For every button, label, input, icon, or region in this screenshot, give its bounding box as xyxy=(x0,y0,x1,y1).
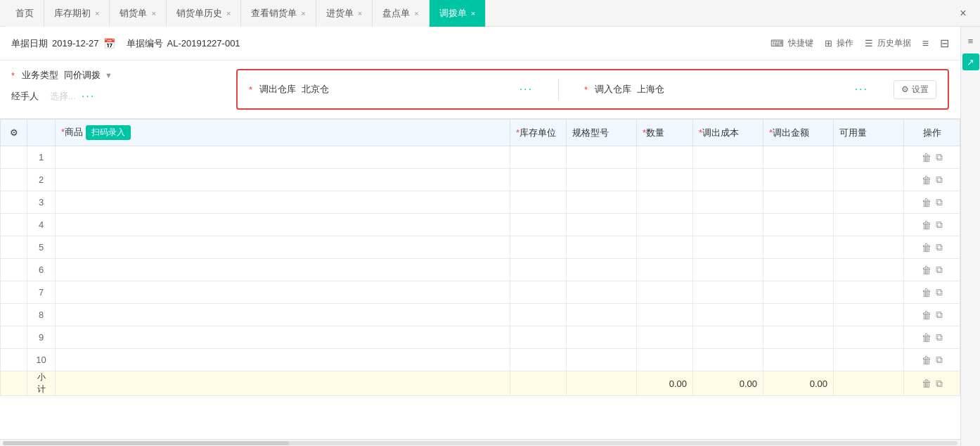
row-cost-cell[interactable] xyxy=(693,349,763,371)
business-type-select[interactable]: 同价调拨 ▼ xyxy=(64,69,176,82)
row-spec-cell[interactable] xyxy=(567,304,637,326)
row-spec-cell[interactable] xyxy=(567,236,637,259)
row-spec-cell[interactable] xyxy=(567,191,637,214)
transfer-out-more-icon[interactable]: ··· xyxy=(520,83,533,96)
row-amount-cell[interactable] xyxy=(763,304,834,326)
row-qty-cell[interactable] xyxy=(637,214,693,236)
tab-close-view-sales[interactable]: × xyxy=(301,9,305,18)
row-unit-cell[interactable] xyxy=(510,326,567,349)
row-unit-cell[interactable] xyxy=(510,214,567,236)
row-unit-cell[interactable] xyxy=(510,169,567,191)
window-close-button[interactable]: × xyxy=(952,0,974,27)
row-spec-cell[interactable] xyxy=(567,326,637,349)
row-qty-cell[interactable] xyxy=(637,326,693,349)
row-copy-icon[interactable]: ⧉ xyxy=(936,241,943,253)
row-product-cell[interactable] xyxy=(56,146,510,169)
row-delete-icon[interactable]: 🗑 xyxy=(922,242,931,253)
row-qty-cell[interactable] xyxy=(637,281,693,304)
row-amount-cell[interactable] xyxy=(763,191,834,214)
row-spec-cell[interactable] xyxy=(567,169,637,191)
row-product-cell[interactable] xyxy=(56,281,510,304)
sidebar-list-button[interactable]: ≡ xyxy=(962,32,979,49)
sidebar-export-button[interactable]: ↗ xyxy=(962,53,979,70)
row-qty-cell[interactable] xyxy=(637,169,693,191)
settings-button[interactable]: ⚙ 设置 xyxy=(894,80,936,99)
quick-keys-button[interactable]: ⌨ 快捷键 xyxy=(771,37,813,49)
row-copy-icon[interactable]: ⧉ xyxy=(936,264,943,276)
calendar-icon[interactable]: 📅 xyxy=(103,38,115,49)
row-cost-cell[interactable] xyxy=(693,169,763,191)
row-copy-icon[interactable]: ⧉ xyxy=(936,354,943,366)
row-cost-cell[interactable] xyxy=(693,281,763,304)
row-copy-icon[interactable]: ⧉ xyxy=(936,286,943,298)
row-copy-icon[interactable]: ⧉ xyxy=(936,219,943,231)
tab-close-purchase-order[interactable]: × xyxy=(358,9,362,18)
tab-stocktake[interactable]: 盘点单 × xyxy=(373,0,429,27)
row-delete-icon[interactable]: 🗑 xyxy=(922,152,931,163)
tab-close-stocktake[interactable]: × xyxy=(414,9,418,18)
row-amount-cell[interactable] xyxy=(763,326,834,349)
table-settings-gear-icon[interactable]: ⚙ xyxy=(10,127,18,138)
agent-more-icon[interactable]: ··· xyxy=(82,90,95,103)
row-copy-icon[interactable]: ⧉ xyxy=(936,378,943,390)
row-cost-cell[interactable] xyxy=(693,236,763,259)
row-product-cell[interactable] xyxy=(56,191,510,214)
row-cost-cell[interactable] xyxy=(693,326,763,349)
row-cost-cell[interactable] xyxy=(693,146,763,169)
row-product-cell[interactable] xyxy=(56,236,510,259)
horizontal-scrollbar[interactable] xyxy=(0,439,960,446)
row-unit-cell[interactable] xyxy=(510,281,567,304)
row-copy-icon[interactable]: ⧉ xyxy=(936,151,943,163)
row-product-cell[interactable] xyxy=(56,326,510,349)
tab-close-sales-order[interactable]: × xyxy=(151,9,155,18)
tab-sales-order[interactable]: 销货单 × xyxy=(110,0,166,27)
row-unit-cell[interactable] xyxy=(510,236,567,259)
col-header-gear[interactable]: ⚙ xyxy=(1,120,27,146)
row-cost-cell[interactable] xyxy=(693,304,763,326)
row-product-cell[interactable] xyxy=(56,349,510,371)
row-spec-cell[interactable] xyxy=(567,349,637,371)
tab-home[interactable]: 首页 xyxy=(6,0,44,27)
row-qty-cell[interactable] xyxy=(637,146,693,169)
row-cost-cell[interactable] xyxy=(693,259,763,281)
row-product-cell[interactable] xyxy=(56,259,510,281)
row-amount-cell[interactable] xyxy=(763,236,834,259)
row-product-cell[interactable] xyxy=(56,169,510,191)
tab-inventory-init[interactable]: 库存期初 × xyxy=(44,0,110,27)
row-delete-icon[interactable]: 🗑 xyxy=(922,265,931,276)
tab-view-sales[interactable]: 查看销货单 × xyxy=(241,0,316,27)
row-amount-cell[interactable] xyxy=(763,259,834,281)
row-amount-cell[interactable] xyxy=(763,146,834,169)
row-delete-icon[interactable]: 🗑 xyxy=(922,378,931,389)
list-view-button[interactable]: ≡ xyxy=(922,37,929,50)
row-amount-cell[interactable] xyxy=(763,214,834,236)
tab-transfer[interactable]: 调拨单 × xyxy=(430,0,486,27)
row-product-cell[interactable] xyxy=(56,214,510,236)
row-qty-cell[interactable] xyxy=(637,259,693,281)
row-delete-icon[interactable]: 🗑 xyxy=(922,197,931,208)
row-amount-cell[interactable] xyxy=(763,169,834,191)
row-qty-cell[interactable] xyxy=(637,349,693,371)
tab-purchase-order[interactable]: 进货单 × xyxy=(316,0,373,27)
row-qty-cell[interactable] xyxy=(637,191,693,214)
row-amount-cell[interactable] xyxy=(763,349,834,371)
tab-close-transfer[interactable]: × xyxy=(471,9,475,18)
row-unit-cell[interactable] xyxy=(510,191,567,214)
row-copy-icon[interactable]: ⧉ xyxy=(936,174,943,186)
row-delete-icon[interactable]: 🗑 xyxy=(922,332,931,343)
row-qty-cell[interactable] xyxy=(637,236,693,259)
row-unit-cell[interactable] xyxy=(510,146,567,169)
row-copy-icon[interactable]: ⧉ xyxy=(936,309,943,321)
row-delete-icon[interactable]: 🗑 xyxy=(922,287,931,298)
split-view-button[interactable]: ⊟ xyxy=(940,37,949,50)
row-unit-cell[interactable] xyxy=(510,349,567,371)
row-unit-cell[interactable] xyxy=(510,259,567,281)
tab-close-sales-history[interactable]: × xyxy=(226,9,231,18)
row-amount-cell[interactable] xyxy=(763,281,834,304)
row-qty-cell[interactable] xyxy=(637,304,693,326)
row-delete-icon[interactable]: 🗑 xyxy=(922,219,931,231)
row-delete-icon[interactable]: 🗑 xyxy=(922,310,931,321)
tab-close-inventory-init[interactable]: × xyxy=(95,9,99,18)
scan-entry-button[interactable]: 扫码录入 xyxy=(86,125,131,140)
operations-button[interactable]: ⊞ 操作 xyxy=(825,37,853,49)
